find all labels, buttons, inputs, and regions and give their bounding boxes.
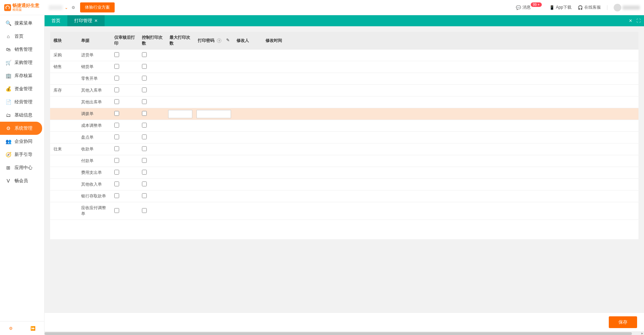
sidebar-icon: ⚙ bbox=[6, 125, 11, 131]
control-count-checkbox[interactable] bbox=[142, 170, 147, 175]
audit-only-checkbox[interactable] bbox=[114, 170, 119, 175]
cell-control-count bbox=[138, 190, 166, 202]
cell-password bbox=[194, 61, 233, 73]
audit-only-checkbox[interactable] bbox=[114, 208, 119, 213]
help-icon[interactable]: ? bbox=[217, 38, 221, 43]
horizontal-scrollbar[interactable]: ◄ ► bbox=[45, 332, 644, 335]
cell-password bbox=[194, 155, 233, 167]
sidebar-icon: 🔍 bbox=[6, 20, 11, 26]
sidebar-item-sales[interactable]: 🛍销售管理 bbox=[0, 43, 44, 56]
cell-audit-only bbox=[111, 96, 138, 108]
sidebar-item-search[interactable]: 🔍搜索菜单 bbox=[0, 17, 44, 30]
tab-首页[interactable]: 首页 bbox=[45, 15, 67, 26]
audit-only-checkbox[interactable] bbox=[114, 158, 119, 163]
cell-max-count bbox=[166, 96, 194, 108]
save-button[interactable]: 保存 bbox=[609, 316, 637, 328]
max-print-input[interactable] bbox=[168, 110, 192, 118]
cell-modify-time bbox=[262, 167, 638, 179]
sidebar-item-guide[interactable]: 🧭新手引导 bbox=[0, 148, 44, 161]
sidebar-item-apps[interactable]: ⊞应用中心 bbox=[0, 161, 44, 174]
sidebar-item-basicinfo[interactable]: 🗂基础信息 bbox=[0, 109, 44, 122]
cell-modify-time bbox=[262, 120, 638, 132]
control-count-checkbox[interactable] bbox=[142, 158, 147, 163]
table-row: 费用支出单 bbox=[50, 167, 638, 179]
sidebar-item-label: 库存核算 bbox=[15, 73, 32, 79]
sidebar-icon: 💰 bbox=[6, 86, 11, 92]
cell-doc: 其他收入单 bbox=[78, 179, 111, 190]
messages-link[interactable]: 💬 消息 99 + bbox=[516, 4, 543, 10]
control-count-checkbox[interactable] bbox=[142, 52, 147, 57]
gear-icon[interactable]: ⚙ bbox=[71, 5, 75, 10]
top-header: 畅捷通好生意 精简版 ⌄ ⚙ 体验行业方案 💬 消息 99 + 📱 App下载 … bbox=[0, 0, 644, 15]
edit-icon[interactable]: ✎ bbox=[226, 38, 230, 43]
audit-only-checkbox[interactable] bbox=[114, 87, 119, 92]
messages-badge: 99 + bbox=[531, 2, 542, 7]
audit-only-checkbox[interactable] bbox=[114, 193, 119, 198]
sidebar-item-member[interactable]: V畅会员 bbox=[0, 174, 44, 187]
sidebar-item-inventory[interactable]: 🏢库存核算 bbox=[0, 69, 44, 82]
cell-password bbox=[194, 179, 233, 190]
cell-max-count bbox=[166, 132, 194, 143]
col-password: 打印密码 ? ✎ bbox=[194, 32, 233, 49]
industry-plan-button[interactable]: 体验行业方案 bbox=[80, 2, 115, 12]
sidebar-item-collab[interactable]: 👥企业协同 bbox=[0, 135, 44, 148]
control-count-checkbox[interactable] bbox=[142, 76, 147, 81]
cell-doc: 零售开单 bbox=[78, 73, 111, 85]
audit-only-checkbox[interactable] bbox=[114, 123, 119, 128]
scroll-right-icon[interactable]: ► bbox=[641, 332, 644, 335]
scroll-thumb[interactable] bbox=[45, 332, 632, 335]
company-selector[interactable]: ⌄ bbox=[49, 5, 68, 10]
tab-打印管理[interactable]: 打印管理✕ bbox=[67, 15, 105, 26]
cell-doc: 银行存取款单 bbox=[78, 190, 111, 202]
sidebar-item-funds[interactable]: 💰资金管理 bbox=[0, 82, 44, 95]
cell-max-count bbox=[166, 85, 194, 96]
control-count-checkbox[interactable] bbox=[142, 111, 147, 116]
audit-only-checkbox[interactable] bbox=[114, 99, 119, 104]
audit-only-checkbox[interactable] bbox=[114, 52, 119, 57]
audit-only-checkbox[interactable] bbox=[114, 182, 119, 186]
cell-password bbox=[194, 167, 233, 179]
audit-only-checkbox[interactable] bbox=[114, 146, 119, 151]
control-count-checkbox[interactable] bbox=[142, 193, 147, 198]
control-count-checkbox[interactable] bbox=[142, 208, 147, 213]
online-service-link[interactable]: 🎧 在线客服 bbox=[578, 4, 601, 10]
control-count-checkbox[interactable] bbox=[142, 87, 147, 92]
cell-modifier bbox=[233, 61, 262, 73]
cell-control-count bbox=[138, 73, 166, 85]
logo[interactable]: 畅捷通好生意 精简版 bbox=[4, 3, 45, 12]
control-count-checkbox[interactable] bbox=[142, 134, 147, 139]
sidebar-item-home[interactable]: ⌂首页 bbox=[0, 30, 44, 43]
app-download-label: App下载 bbox=[556, 4, 571, 10]
close-icon[interactable]: ✕ bbox=[94, 18, 98, 23]
sidebar-item-purchase[interactable]: 🛒采购管理 bbox=[0, 56, 44, 69]
control-count-checkbox[interactable] bbox=[142, 146, 147, 151]
audit-only-checkbox[interactable] bbox=[114, 111, 119, 116]
control-count-checkbox[interactable] bbox=[142, 182, 147, 186]
cell-module: 采购 bbox=[50, 49, 78, 61]
tab-label: 打印管理 bbox=[74, 18, 92, 24]
table-row: 其他收入单 bbox=[50, 179, 638, 190]
settings-icon[interactable]: ⚙ bbox=[9, 326, 13, 331]
audit-only-checkbox[interactable] bbox=[114, 134, 119, 139]
fullscreen-icon[interactable]: ⛶ bbox=[636, 18, 641, 23]
cell-max-count bbox=[166, 155, 194, 167]
audit-only-checkbox[interactable] bbox=[114, 64, 119, 69]
cell-audit-only bbox=[111, 108, 138, 120]
cell-password bbox=[194, 120, 233, 132]
control-count-checkbox[interactable] bbox=[142, 99, 147, 104]
cell-modify-time bbox=[262, 179, 638, 190]
cell-password bbox=[194, 49, 233, 61]
control-count-checkbox[interactable] bbox=[142, 64, 147, 69]
cell-max-count bbox=[166, 202, 194, 220]
collapse-icon[interactable]: ⏩ bbox=[30, 326, 36, 331]
audit-only-checkbox[interactable] bbox=[114, 76, 119, 81]
print-password-input[interactable] bbox=[196, 110, 231, 118]
app-download-link[interactable]: 📱 App下载 bbox=[549, 4, 571, 10]
control-count-checkbox[interactable] bbox=[142, 123, 147, 128]
cell-modifier bbox=[233, 96, 262, 108]
sidebar-item-operation[interactable]: 📄经营管理 bbox=[0, 95, 44, 109]
user-menu[interactable] bbox=[614, 4, 640, 11]
table-row: 往来收款单 bbox=[50, 143, 638, 155]
tab-close-all-icon[interactable]: ✕ bbox=[629, 18, 632, 23]
sidebar-item-system[interactable]: ⚙系统管理 bbox=[0, 122, 42, 135]
